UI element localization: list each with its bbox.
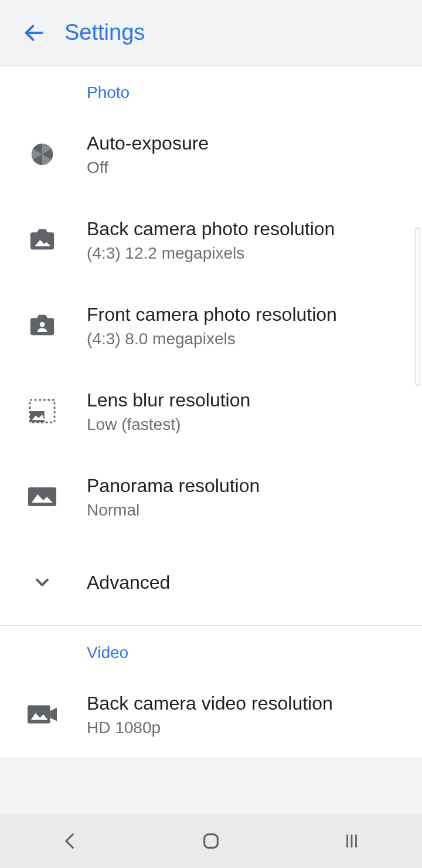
setting-back-video-resolution[interactable]: Back camera video resolution HD 1080p bbox=[0, 672, 422, 757]
section-header-video: Video bbox=[0, 626, 422, 672]
setting-title: Front camera photo resolution bbox=[87, 303, 337, 326]
nav-recents-button[interactable] bbox=[316, 823, 387, 859]
aperture-icon bbox=[26, 138, 59, 171]
setting-sub: Off bbox=[87, 158, 209, 177]
setting-title: Panorama resolution bbox=[87, 474, 260, 497]
setting-title: Auto-exposure bbox=[87, 131, 209, 155]
svg-point-3 bbox=[40, 322, 45, 327]
video-landscape-icon bbox=[26, 698, 59, 731]
setting-title: Back camera photo resolution bbox=[87, 217, 335, 240]
svg-rect-12 bbox=[205, 835, 218, 848]
back-button[interactable] bbox=[21, 20, 47, 46]
setting-sub: (4:3) 8.0 megapixels bbox=[87, 330, 337, 348]
arrow-back-icon bbox=[22, 21, 46, 45]
nav-back-button[interactable] bbox=[35, 823, 106, 859]
svg-marker-10 bbox=[50, 707, 57, 721]
setting-sub: Normal bbox=[87, 501, 260, 520]
image-dotted-icon bbox=[26, 395, 59, 428]
setting-auto-exposure[interactable]: Auto-exposure Off bbox=[0, 111, 422, 197]
nav-recents-icon bbox=[343, 832, 360, 850]
camera-person-icon bbox=[26, 309, 59, 342]
setting-front-photo-resolution[interactable]: Front camera photo resolution (4:3) 8.0 … bbox=[0, 283, 422, 368]
setting-title: Back camera video resolution bbox=[87, 691, 333, 715]
settings-list: Photo Auto-exposure Off Back camera phot… bbox=[0, 66, 422, 757]
svg-rect-9 bbox=[28, 706, 50, 724]
system-navbar bbox=[0, 814, 422, 868]
setting-lens-blur-resolution[interactable]: Lens blur resolution Low (fastest) bbox=[0, 368, 422, 454]
setting-sub: Low (fastest) bbox=[87, 415, 250, 434]
scrollbar[interactable] bbox=[416, 228, 420, 386]
section-header-photo: Photo bbox=[0, 66, 422, 111]
setting-title: Lens blur resolution bbox=[87, 388, 250, 412]
setting-sub: (4:3) 12.2 megapixels bbox=[87, 244, 335, 263]
panorama-icon bbox=[26, 480, 59, 513]
nav-back-icon bbox=[60, 831, 80, 851]
setting-back-photo-resolution[interactable]: Back camera photo resolution (4:3) 12.2 … bbox=[0, 197, 422, 283]
nav-home-button[interactable] bbox=[176, 823, 246, 859]
svg-rect-7 bbox=[28, 487, 56, 506]
setting-panorama-resolution[interactable]: Panorama resolution Normal bbox=[0, 454, 422, 540]
page-title: Settings bbox=[64, 20, 145, 45]
setting-title: Advanced bbox=[87, 571, 170, 594]
appbar: Settings bbox=[0, 0, 422, 66]
camera-landscape-icon bbox=[26, 223, 59, 256]
nav-home-icon bbox=[201, 831, 221, 851]
setting-advanced[interactable]: Advanced bbox=[0, 540, 422, 625]
setting-sub: HD 1080p bbox=[87, 718, 333, 737]
chevron-down-icon bbox=[26, 566, 59, 599]
